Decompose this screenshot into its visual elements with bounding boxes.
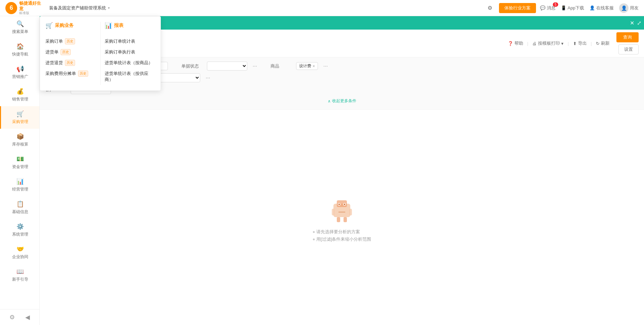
home-icon: 🏠 [16, 43, 24, 50]
empty-svg [325, 192, 359, 226]
dropdown-item-purchase-order-stats[interactable]: 采购订单统计表 [105, 36, 155, 47]
guide-icon: 📖 [16, 268, 24, 275]
settings-button[interactable]: 设置 [618, 44, 639, 54]
empty-illustration [325, 192, 359, 226]
purchase-col: 🛒 采购业务 采购订单 历史 进货单 历史 进货退货 历史 采购费用分摊单 历史 [45, 22, 96, 85]
operations-icon: 📊 [16, 178, 24, 185]
settings-bottom-icon[interactable]: ⚙ [9, 314, 15, 321]
dropdown-item-stock-return[interactable]: 进货退货 历史 [45, 57, 96, 68]
salesman-select[interactable] [160, 73, 200, 82]
goods-dots[interactable]: ··· [323, 63, 328, 69]
sidebar-item-purchase[interactable]: 🛒 采购管理 [0, 106, 39, 129]
marketing-icon: 📢 [16, 65, 24, 73]
svg-rect-7 [349, 209, 352, 215]
dropdown-item-stock-in-by-supplier[interactable]: 进货单统计表（按供应商） [105, 68, 155, 85]
sidebar-item-finance[interactable]: 💵 资金管理 [0, 151, 39, 174]
print-icon: 🖨 [532, 41, 537, 46]
sidebar-item-marketing[interactable]: 📢 营销推广 [0, 61, 39, 84]
chevron-down-icon: ▾ [108, 6, 110, 10]
service-icon: 👤 [589, 5, 595, 10]
message-button[interactable]: 💬 消息 5 [540, 5, 556, 11]
message-icon: 💬 [540, 5, 545, 10]
purchase-icon: 🛒 [16, 110, 24, 118]
sidebar-bottom: ⚙ ◀ [0, 309, 39, 325]
svg-rect-9 [344, 217, 347, 222]
svg-rect-6 [332, 209, 334, 215]
system-name: 装备及固定资产辅助管理系统 [49, 5, 106, 11]
app-download-button[interactable]: 📱 App下载 [561, 5, 584, 11]
toolbar-separator2: | [568, 41, 569, 46]
sidebar-item-sales[interactable]: 💰 销售管理 [0, 84, 39, 106]
export-icon: ⬆ [573, 41, 577, 46]
dropdown-item-purchase-order[interactable]: 采购订单 历史 [45, 36, 96, 47]
purchase-col-icon: 🛒 [45, 22, 53, 29]
topbar-right: 💬 消息 5 📱 App下载 👤 在线客服 👤 用友 [540, 3, 639, 13]
voucher-status-select[interactable] [207, 62, 247, 71]
logo-icon: 6 [5, 2, 17, 14]
collapse-up-icon: ∧ [328, 99, 331, 104]
voucher-status-dots[interactable]: ··· [253, 63, 257, 69]
basic-info-icon: 📋 [16, 200, 24, 208]
user-menu[interactable]: 👤 用友 [619, 3, 639, 13]
dropdown-item-purchase-expense[interactable]: 采购费用分摊单 历史 [45, 68, 96, 79]
export-button[interactable]: ⬆ 导出 [573, 40, 587, 46]
report-col-title: 📊 报表 [105, 22, 155, 32]
voucher-status-label: 单据状态 [181, 63, 202, 69]
sidebar: 🔍 搜索菜单 🏠 快捷导航 📢 营销推广 💰 销售管理 🛒 采购管理 📦 库存核… [0, 16, 40, 325]
svg-point-4 [338, 204, 340, 205]
tab-right-controls: ✕ ⤢ [630, 20, 641, 26]
hist-badge-4: 历史 [78, 71, 88, 77]
print-dropdown-icon: ▾ [561, 41, 564, 46]
collapse-filters-button[interactable]: ∧ 收起更多条件 [45, 97, 639, 105]
sales-icon: 💰 [16, 88, 24, 95]
purchase-dropdown-menu: 🛒 采购业务 采购订单 历史 进货单 历史 进货退货 历史 采购费用分摊单 历史… [40, 16, 161, 91]
gear-icon[interactable]: ⚙ [488, 5, 492, 11]
phone-icon: 📱 [561, 5, 566, 10]
sidebar-item-guide[interactable]: 📖 新手引导 [0, 264, 39, 286]
sidebar-item-search[interactable]: 🔍 搜索菜单 [0, 16, 39, 39]
refresh-button[interactable]: ↻ 刷新 [596, 40, 610, 46]
finance-icon: 💵 [16, 155, 24, 163]
goods-tag: 设计费 × [296, 62, 318, 70]
sidebar-item-enterprise[interactable]: 🤝 企业协同 [0, 241, 39, 264]
goods-tag-close-icon[interactable]: × [313, 64, 315, 69]
refresh-icon: ↻ [596, 41, 600, 46]
sidebar-item-operations[interactable]: 📊 经营管理 [0, 174, 39, 196]
print-template-button[interactable]: 🖨 按模板打印 ▾ [532, 40, 564, 46]
purchase-col-title: 🛒 采购业务 [45, 22, 96, 32]
sidebar-item-basic-info[interactable]: 📋 基础信息 [0, 196, 39, 219]
report-col: 📊 报表 采购订单统计表 采购订单执行表 进货单统计表（按商品） 进货单统计表（… [105, 22, 155, 85]
system-selector[interactable]: 装备及固定资产辅助管理系统 ▾ [49, 5, 484, 11]
dropdown-item-stock-in-by-goods[interactable]: 进货单统计表（按商品） [105, 57, 155, 68]
logo-line2: 标准版 [19, 11, 45, 15]
dropdown-item-purchase-order-exec[interactable]: 采购订单执行表 [105, 47, 155, 57]
sidebar-item-system[interactable]: ⚙️ 系统管理 [0, 219, 39, 241]
close-window-icon[interactable]: ✕ [630, 20, 634, 26]
salesman-dots[interactable]: ··· [206, 75, 210, 81]
hist-badge-1: 历史 [65, 38, 75, 44]
sidebar-item-quick-nav[interactable]: 🏠 快捷导航 [0, 39, 39, 61]
help-icon: ❓ [508, 41, 513, 46]
topbar: 6 畅捷通好生意 标准版 装备及固定资产辅助管理系统 ▾ ⚙ 体验行业方案 💬 … [0, 0, 644, 16]
toolbar-separator: | [527, 41, 528, 46]
system-icon: ⚙️ [16, 223, 24, 230]
help-button[interactable]: ❓ 帮助 [508, 40, 523, 46]
toolbar-right-group: 查询 设置 [616, 32, 639, 54]
maximize-icon[interactable]: ⤢ [637, 20, 641, 26]
online-service-button[interactable]: 👤 在线客服 [589, 5, 614, 11]
enterprise-icon: 🤝 [16, 245, 24, 253]
query-button[interactable]: 查询 [616, 32, 639, 42]
inventory-icon: 📦 [16, 133, 24, 140]
sidebar-item-inventory[interactable]: 📦 库存核算 [0, 129, 39, 151]
svg-point-5 [344, 204, 345, 205]
toolbar-separator3: | [591, 41, 592, 46]
empty-state: 请先选择要分析的方案 用[过滤]条件来缩小分析范围 [40, 110, 644, 325]
dropdown-divider [100, 22, 101, 85]
dropdown-item-stock-in[interactable]: 进货单 历史 [45, 47, 96, 57]
report-col-icon: 📊 [105, 22, 112, 29]
empty-text: 请先选择要分析的方案 用[过滤]条件来缩小分析范围 [313, 228, 371, 243]
message-badge: 5 [553, 2, 558, 7]
logo: 6 畅捷通好生意 标准版 [5, 1, 45, 15]
industry-button[interactable]: 体验行业方案 [499, 3, 536, 13]
collapse-sidebar-icon[interactable]: ◀ [25, 314, 30, 321]
